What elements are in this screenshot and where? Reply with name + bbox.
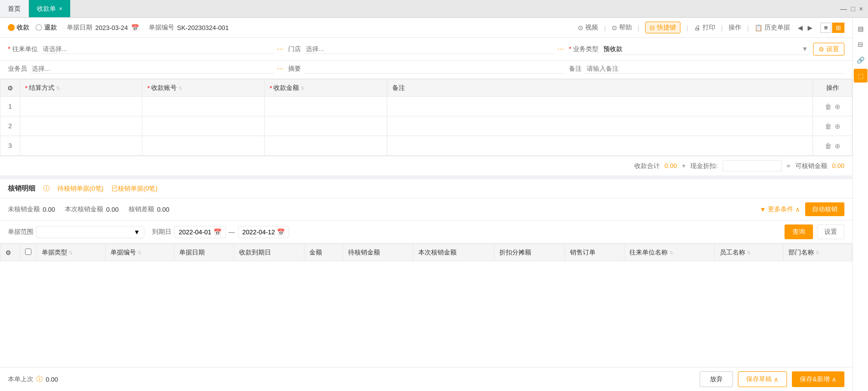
tab-active[interactable]: 收款单 × [29, 0, 70, 17]
sort-dept-icon[interactable]: ⇅ [815, 250, 819, 255]
sidebar-list-icon[interactable]: ⊟ [854, 37, 868, 51]
chevron-down-icon: ∧ [795, 206, 800, 213]
sort-type-icon[interactable]: ⇅ [69, 250, 73, 255]
staff-field: 业务员 ··· [8, 64, 283, 74]
staff-input[interactable] [30, 64, 274, 74]
grid-view-btn[interactable]: ⊞ [832, 23, 844, 33]
delete-row-3-icon[interactable]: 🗑 [825, 142, 832, 150]
th-jiesuan: * 结算方式 ⇅ [20, 80, 142, 97]
tab-done[interactable]: 已核销单据(0笔) [111, 184, 158, 193]
footer-info-icon: ⓘ [36, 375, 43, 384]
sort-amount-icon[interactable]: ⇅ [300, 85, 304, 91]
delete-row-1-icon[interactable]: 🗑 [825, 103, 832, 111]
sidebar-link-icon[interactable]: 🔗 [854, 53, 868, 67]
date-from-picker[interactable]: 2022-04-01 📅 [174, 226, 226, 238]
tab-close-icon[interactable]: × [59, 5, 62, 12]
sort-staff-icon[interactable]: ⇅ [747, 250, 751, 255]
store-label: 门店 [288, 45, 301, 54]
save-new-button[interactable]: 保存&新增 ∧ [792, 371, 844, 387]
next-arrow[interactable]: ▶ [806, 23, 814, 32]
partner-more-icon[interactable]: ··· [277, 45, 283, 54]
save-draft-chevron-icon: ∧ [774, 376, 779, 383]
calendar-icon[interactable]: 📅 [131, 24, 139, 31]
shortcut-action[interactable]: ⊟ 快捷键 [645, 22, 680, 33]
cell-account-3[interactable] [142, 136, 265, 156]
help-action[interactable]: ⊙ 帮助 [612, 23, 632, 32]
more-conditions-link[interactable]: ▼ 更多条件 ∧ [760, 205, 800, 214]
shortcut-label: 快捷键 [657, 23, 676, 32]
cell-remark-1[interactable] [387, 97, 813, 116]
filter-actions: 查询 设置 [785, 224, 844, 239]
date-to-picker[interactable]: 2022-04-12 📅 [238, 226, 290, 238]
th-settings[interactable]: ⚙ [0, 80, 20, 97]
radio-tuikuan[interactable]: 退款 [35, 23, 57, 32]
tab-home[interactable]: 首页 [0, 0, 29, 17]
filter-settings-button[interactable]: 设置 [817, 224, 844, 239]
cell-account-2[interactable] [142, 116, 265, 136]
history-action[interactable]: 📋 历史单据 [755, 23, 790, 32]
sort-account-icon[interactable]: ⇅ [178, 85, 182, 91]
minimize-btn[interactable]: — [840, 5, 847, 13]
sort-partner-icon[interactable]: ⇅ [669, 250, 673, 255]
print-action[interactable]: 🖨 打印 [694, 23, 715, 32]
video-action[interactable]: ⊙ 视频 [578, 23, 598, 32]
copy-row-3-icon[interactable]: ⊕ [835, 142, 841, 150]
bottom-th-sales-order: 销售订单 [565, 244, 624, 261]
cell-jiesuan-1[interactable] [20, 97, 142, 116]
operate-label: 操作 [729, 23, 741, 32]
prev-arrow[interactable]: ◀ [796, 23, 805, 32]
footer-info-label: 本单上次 [8, 375, 33, 384]
cell-amount-1[interactable] [265, 97, 387, 116]
bottom-th-checkbox[interactable] [20, 244, 37, 261]
range-select[interactable]: ▼ [36, 226, 144, 238]
summary-input[interactable] [304, 64, 564, 74]
radio-shoukuan[interactable]: 收款 [8, 23, 29, 32]
cell-jiesuan-2[interactable] [20, 116, 142, 136]
tab-pending[interactable]: 待核销单据(0笔) [57, 184, 104, 193]
cell-actions-1: 🗑 ⊕ [813, 97, 852, 116]
settings-button[interactable]: ⚙ 设置 [813, 43, 844, 56]
sidebar-expand-icon[interactable]: ⬚ [854, 69, 868, 83]
list-view-btn[interactable]: ≡ [820, 23, 831, 33]
abandon-button[interactable]: 放弃 [700, 371, 733, 387]
store-input[interactable] [304, 44, 554, 54]
writeoff-info-icon[interactable]: ⓘ [43, 184, 50, 193]
delete-row-2-icon[interactable]: 🗑 [825, 122, 832, 130]
partner-input[interactable] [41, 44, 274, 54]
cell-jiesuan-3[interactable] [20, 136, 142, 156]
video-icon: ⊙ [578, 24, 583, 31]
radio-shoukuan-label: 收款 [17, 23, 29, 32]
due-date-label: 到期日 [152, 227, 171, 236]
select-all-checkbox[interactable] [25, 249, 31, 255]
maximize-btn[interactable]: □ [851, 5, 855, 13]
history-icon: 📋 [755, 24, 762, 31]
store-more-icon[interactable]: ··· [557, 45, 564, 54]
remark-input[interactable] [585, 64, 844, 74]
discount-input[interactable] [723, 160, 782, 171]
writeoff-section: 核销明细 ⓘ 待核销单据(0笔) 已核销单据(0笔) 未核销金额 0.00 本次… [0, 179, 852, 367]
sort-number-icon[interactable]: ⇅ [137, 250, 141, 255]
staff-more-icon[interactable]: ··· [277, 64, 283, 73]
header-date-field: 单据日期 2023-03-24 📅 [67, 23, 139, 32]
biz-type-dropdown[interactable]: 预收款 ▼ [601, 44, 810, 55]
cell-amount-3[interactable] [265, 136, 387, 156]
operate-action[interactable]: 操作 [729, 23, 741, 32]
header-number-field: 单据编号 SK-20230324-001 [149, 23, 229, 32]
close-btn[interactable]: × [859, 5, 863, 13]
sort-jiesuan-icon[interactable]: ⇅ [56, 85, 60, 91]
help-label: 帮助 [619, 23, 632, 32]
summary-field: 摘要 [288, 64, 564, 74]
auto-writeoff-button[interactable]: 自动核销 [805, 202, 844, 216]
cell-remark-3[interactable] [387, 136, 813, 156]
cell-remark-2[interactable] [387, 116, 813, 136]
query-button[interactable]: 查询 [785, 224, 813, 239]
equals-sign: = [787, 162, 790, 169]
bottom-th-settings[interactable]: ⚙ [0, 244, 20, 261]
save-draft-button[interactable]: 保存草稿 ∧ [738, 371, 787, 387]
copy-row-2-icon[interactable]: ⊕ [835, 122, 841, 130]
copy-row-1-icon[interactable]: ⊕ [835, 103, 841, 111]
cell-account-1[interactable] [142, 97, 265, 116]
writeoff-title: 核销明细 [8, 184, 35, 193]
sidebar-table-icon[interactable]: ▤ [854, 22, 868, 35]
cell-amount-2[interactable] [265, 116, 387, 136]
